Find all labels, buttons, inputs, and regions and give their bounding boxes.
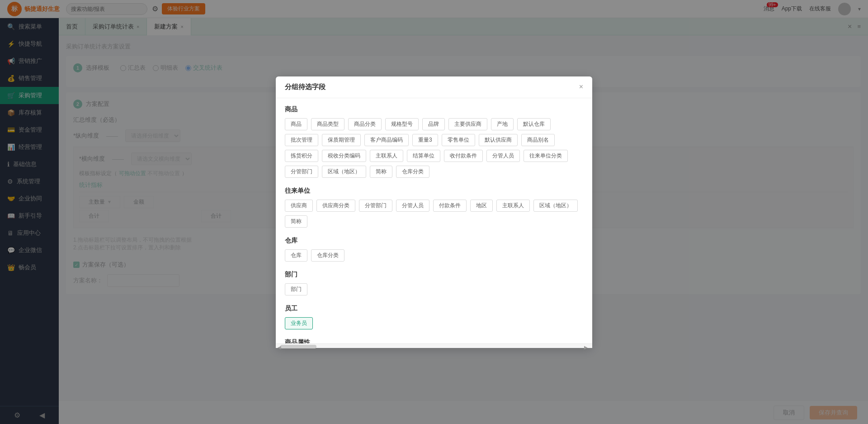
field-tag[interactable]: 默认供应商 (479, 134, 518, 146)
section-department: 部门 部门 (285, 271, 583, 295)
field-tag[interactable]: 保质期管理 (322, 134, 361, 146)
field-tag[interactable]: 品牌 (422, 118, 445, 130)
field-tag[interactable]: 规格型号 (385, 118, 419, 130)
section-product-attr: 商品属性 属性 颜色 多规格 尺码 鞋码 1 (285, 338, 583, 343)
scrollbar-thumb-x[interactable] (280, 345, 316, 348)
section-product-title: 商品 (285, 105, 583, 114)
department-field-tags: 部门 (285, 283, 583, 295)
field-tag[interactable]: 默认仓库 (517, 118, 551, 130)
field-tag[interactable]: 主联系人 (496, 200, 530, 212)
section-warehouse-title: 仓库 (285, 237, 583, 245)
section-product: 商品 商品 商品类型 商品分类 规格型号 品牌 主要供应商 产地 默认仓库 批次… (285, 105, 583, 178)
field-tag-staff[interactable]: 业务员 (285, 317, 313, 329)
field-tag[interactable]: 收付款条件 (444, 150, 483, 162)
scroll-arrow-right[interactable]: ▶ (584, 345, 588, 350)
field-tag[interactable]: 仓库 (285, 249, 307, 262)
field-tag[interactable]: 零售单位 (442, 134, 475, 146)
scroll-arrow-left[interactable]: ◀ (278, 345, 281, 350)
modal-overlay: 分组待选字段 × 商品 商品 商品类型 商品分类 规格型号 品牌 主要供应商 产… (0, 0, 868, 424)
field-tag[interactable]: 分管部门 (285, 166, 318, 178)
field-tag[interactable]: 重量3 (412, 134, 438, 146)
modal-close-button[interactable]: × (579, 83, 583, 91)
section-product-attr-title: 商品属性 (285, 338, 583, 343)
modal-header: 分组待选字段 × (276, 76, 592, 98)
field-tag[interactable]: 拣货积分 (285, 150, 318, 162)
field-tag[interactable]: 结算单位 (407, 150, 440, 162)
modal-title: 分组待选字段 (285, 83, 326, 91)
field-tag[interactable]: 地区 (470, 200, 493, 212)
field-tag[interactable]: 供应商分类 (316, 200, 355, 212)
section-employee-title: 员工 (285, 305, 583, 313)
field-tag[interactable]: 客户商品编码 (364, 134, 409, 146)
modal-scrollbar-x[interactable]: ▶ ◀ (276, 343, 592, 348)
field-tag[interactable]: 分管部门 (359, 200, 392, 212)
field-tag[interactable]: 部门 (285, 283, 307, 295)
field-tag[interactable]: 主联系人 (370, 150, 403, 162)
modal-body: 商品 商品 商品类型 商品分类 规格型号 品牌 主要供应商 产地 默认仓库 批次… (276, 98, 592, 343)
field-tag[interactable]: 产地 (491, 118, 514, 130)
field-tag[interactable]: 付款条件 (433, 200, 467, 212)
employee-field-tags: 业务员 (285, 317, 583, 329)
field-tag[interactable]: 简称 (370, 166, 392, 178)
field-tag[interactable]: 区域（地区） (322, 166, 366, 178)
field-tag[interactable]: 仓库分类 (396, 166, 429, 178)
field-tag[interactable]: 商品别名 (521, 134, 555, 146)
field-tag[interactable]: 税收分类编码 (322, 150, 366, 162)
section-warehouse: 仓库 仓库 仓库分类 (285, 237, 583, 262)
modal: 分组待选字段 × 商品 商品 商品类型 商品分类 规格型号 品牌 主要供应商 产… (276, 76, 592, 348)
field-tag[interactable]: 往来单位分类 (524, 150, 568, 162)
section-employee: 员工 业务员 (285, 305, 583, 329)
field-tag[interactable]: 商品 (285, 118, 307, 130)
field-tag[interactable]: 批次管理 (285, 134, 318, 146)
section-partner-title: 往来单位 (285, 187, 583, 195)
field-tag[interactable]: 商品分类 (348, 118, 382, 130)
partner-field-tags: 供应商 供应商分类 分管部门 分管人员 付款条件 地区 主联系人 区域（地区） … (285, 200, 583, 228)
product-field-tags: 商品 商品类型 商品分类 规格型号 品牌 主要供应商 产地 默认仓库 批次管理 … (285, 118, 583, 178)
field-tag[interactable]: 分管人员 (396, 200, 429, 212)
section-department-title: 部门 (285, 271, 583, 279)
field-tag[interactable]: 区域（地区） (533, 200, 578, 212)
section-partner: 往来单位 供应商 供应商分类 分管部门 分管人员 付款条件 地区 主联系人 区域… (285, 187, 583, 228)
warehouse-field-tags: 仓库 仓库分类 (285, 249, 583, 262)
field-tag[interactable]: 主要供应商 (448, 118, 487, 130)
field-tag[interactable]: 简称 (285, 215, 307, 228)
field-tag[interactable]: 分管人员 (486, 150, 520, 162)
field-tag[interactable]: 仓库分类 (311, 249, 344, 262)
field-tag[interactable]: 供应商 (285, 200, 313, 212)
field-tag[interactable]: 商品类型 (311, 118, 344, 130)
